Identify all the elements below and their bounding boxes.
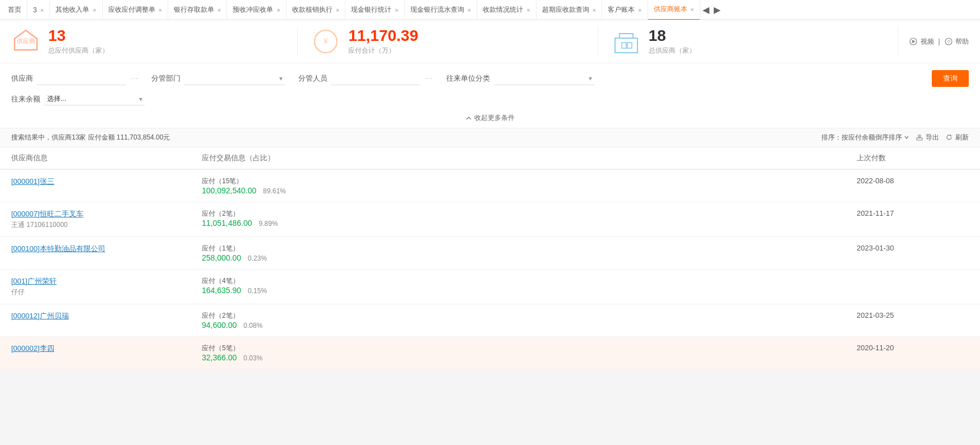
tx-amount[interactable]: 100,092,540.00 bbox=[202, 186, 256, 195]
supplier-col: [000007]恒旺二手叉车 王通 17106110000 bbox=[11, 209, 202, 230]
transaction-col: 应付（2笔） 11,051,486.00 9.89% bbox=[202, 209, 857, 228]
tx-percent: 89.61% bbox=[263, 187, 286, 195]
supplier-link[interactable]: [000100]本特勤油品有限公司 bbox=[11, 244, 105, 253]
table-row: [000012]广州贝瑞 应付（2笔） 94,600.00 0.08% 2021… bbox=[0, 304, 980, 337]
table-row: [001]广州荣轩 仔仔 应付（4笔） 164,635.90 0.15% bbox=[0, 270, 980, 304]
last-date: 2021-03-25 bbox=[857, 311, 894, 319]
nav-tab-ap-adjust[interactable]: 应收应付调整单 × bbox=[103, 0, 168, 20]
last-payment-col: 2023-01-30 bbox=[857, 244, 969, 252]
nav-tab-cash-bank-stat[interactable]: 现金银行统计 × bbox=[345, 0, 404, 20]
filter-row-1: 供应商 ··· 分管部门 分管人员 ··· 往来单位分类 bbox=[11, 70, 969, 87]
data-table: 供应商信息 应付交易信息（占比） 上次付数 [000001]张三 应付（15笔）… bbox=[0, 147, 980, 369]
supplier-link[interactable]: [000007]恒旺二手叉车 bbox=[11, 210, 84, 218]
svg-rect-6 bbox=[622, 43, 626, 48]
svg-rect-5 bbox=[620, 34, 633, 38]
col-header-last-payment: 上次付数 bbox=[857, 153, 969, 163]
collapse-bar[interactable]: 收起更多条件 bbox=[11, 111, 969, 128]
transaction-col: 应付（15笔） 100,092,540.00 89.61% bbox=[202, 177, 857, 195]
tx-label: 应付（2笔） bbox=[202, 311, 857, 321]
dept-filter-select[interactable] bbox=[184, 72, 285, 85]
tx-amount[interactable]: 258,000.00 bbox=[202, 253, 241, 262]
nav-tab-3-close[interactable]: × bbox=[40, 7, 44, 13]
result-summary-text: 搜索结果中，供应商13家 应付金额 111,703,854.00元 bbox=[11, 133, 170, 142]
help-link[interactable]: ? 帮助 bbox=[945, 37, 969, 47]
nav-tab-bank-deposit-label: 银行存取款单 bbox=[174, 5, 214, 15]
nav-tab-receipt-verify[interactable]: 收款核销执行 × bbox=[286, 0, 345, 20]
export-button[interactable]: 导出 bbox=[916, 133, 939, 142]
person-dots-icon[interactable]: ··· bbox=[425, 73, 432, 84]
nav-tab-cash-bank-flow[interactable]: 现金银行流水查询 × bbox=[405, 0, 477, 20]
dept-filter-select-wrap bbox=[184, 72, 285, 85]
collapse-icon bbox=[465, 115, 472, 122]
tx-row: 32,366.00 0.03% bbox=[202, 353, 857, 362]
video-link[interactable]: 视频 bbox=[909, 37, 933, 47]
nav-tab-ap-adjust-close[interactable]: × bbox=[159, 7, 162, 13]
nav-tab-advance-collect-close[interactable]: × bbox=[276, 7, 280, 13]
tx-amount[interactable]: 32,366.00 bbox=[202, 353, 237, 362]
tx-amount[interactable]: 11,051,486.00 bbox=[202, 219, 252, 228]
nav-tab-other-income-close[interactable]: × bbox=[93, 7, 96, 13]
total-suppliers-value: 18 bbox=[649, 27, 696, 45]
tx-percent: 9.89% bbox=[259, 220, 278, 228]
supplier-dots-icon[interactable]: ··· bbox=[131, 73, 138, 84]
ap-suppliers-label: 总应付供应商（家） bbox=[48, 46, 109, 55]
nav-tab-collect-stat[interactable]: 收款情况统计 × bbox=[477, 0, 536, 20]
nav-tab-collect-stat-close[interactable]: × bbox=[526, 7, 530, 13]
nav-arrow-right[interactable]: ▶ bbox=[711, 0, 723, 20]
supplier-link[interactable]: [001]广州荣轩 bbox=[11, 277, 57, 285]
supplier-filter-input[interactable] bbox=[36, 72, 126, 85]
category-filter-select[interactable] bbox=[493, 72, 594, 85]
table-row: [000002]李四 应付（5笔） 32,366.00 0.03% 2020-1… bbox=[0, 337, 980, 369]
nav-arrow-left[interactable]: ◀ bbox=[700, 0, 711, 20]
svg-text:¥: ¥ bbox=[323, 36, 328, 45]
result-bar: 搜索结果中，供应商13家 应付金额 111,703,854.00元 排序：按应付… bbox=[0, 128, 980, 147]
supplier-col: [000001]张三 bbox=[11, 177, 202, 187]
tx-amount[interactable]: 164,635.90 bbox=[202, 286, 241, 295]
collapse-label: 收起更多条件 bbox=[474, 113, 515, 123]
nav-tab-overdue-ap-close[interactable]: × bbox=[593, 7, 596, 13]
nav-tab-receipt-verify-close[interactable]: × bbox=[336, 7, 339, 13]
tx-row: 94,600.00 0.08% bbox=[202, 321, 857, 330]
supplier-col: [000100]本特勤油品有限公司 bbox=[11, 244, 202, 254]
last-payment-col: 2022-08-08 bbox=[857, 177, 969, 185]
tx-label: 应付（15笔） bbox=[202, 177, 857, 186]
summary-text-ap-suppliers: 13 总应付供应商（家） bbox=[48, 27, 109, 55]
nav-tab-other-income[interactable]: 其他收入单 × bbox=[50, 0, 102, 20]
nav-tab-3[interactable]: 3 × bbox=[27, 0, 50, 20]
category-filter-select-wrap bbox=[493, 72, 594, 85]
summary-text-ap-amount: 11,170.39 应付合计（万） bbox=[348, 27, 418, 55]
last-date: 2022-08-08 bbox=[857, 177, 894, 185]
help-links: 视频 | ? 帮助 bbox=[898, 37, 969, 47]
last-date: 2023-01-30 bbox=[857, 244, 894, 252]
nav-tab-customer-ledger-label: 客户账本 bbox=[608, 5, 635, 15]
search-button[interactable]: 查询 bbox=[932, 70, 969, 87]
person-filter-input[interactable] bbox=[331, 72, 420, 85]
table-row: [000100]本特勤油品有限公司 应付（1笔） 258,000.00 0.23… bbox=[0, 237, 980, 270]
nav-tab-advance-collect[interactable]: 预收冲应收单 × bbox=[227, 0, 286, 20]
nav-tab-advance-collect-label: 预收冲应收单 bbox=[233, 5, 273, 15]
nav-tab-supplier-ledger-close[interactable]: × bbox=[691, 6, 694, 13]
nav-tab-home[interactable]: 首页 bbox=[2, 0, 27, 20]
sort-label[interactable]: 排序：按应付余额倒序排序 bbox=[821, 133, 909, 142]
nav-tab-bank-deposit[interactable]: 银行存取款单 × bbox=[168, 0, 227, 20]
nav-tab-customer-ledger[interactable]: 客户账本 × bbox=[602, 0, 648, 20]
filter-item-dept: 分管部门 bbox=[151, 72, 285, 85]
tx-row: 164,635.90 0.15% bbox=[202, 286, 857, 295]
nav-tab-supplier-ledger[interactable]: 供应商账本 × bbox=[648, 0, 700, 20]
nav-tab-overdue-ap[interactable]: 超期应收款查询 × bbox=[537, 0, 602, 20]
nav-tab-cash-bank-flow-close[interactable]: × bbox=[468, 7, 471, 13]
nav-tab-customer-ledger-close[interactable]: × bbox=[638, 7, 641, 13]
nav-tab-bank-deposit-close[interactable]: × bbox=[218, 7, 221, 13]
balance-filter-select[interactable]: 选择... bbox=[44, 92, 145, 105]
refresh-button[interactable]: 刷新 bbox=[946, 133, 969, 142]
tx-amount[interactable]: 94,600.00 bbox=[202, 321, 237, 330]
supplier-link[interactable]: [000012]广州贝瑞 bbox=[11, 312, 69, 320]
supplier-link[interactable]: [000001]张三 bbox=[11, 177, 54, 186]
table-body: [000001]张三 应付（15笔） 100,092,540.00 89.61%… bbox=[0, 170, 980, 369]
ap-suppliers-icon: 供应商 bbox=[11, 27, 40, 56]
supplier-sub: 仔仔 bbox=[11, 288, 202, 297]
supplier-link[interactable]: [000002]李四 bbox=[11, 344, 54, 353]
nav-tab-home-label: 首页 bbox=[8, 5, 21, 15]
tx-row: 11,051,486.00 9.89% bbox=[202, 219, 857, 228]
nav-tab-cash-bank-stat-close[interactable]: × bbox=[395, 7, 398, 13]
